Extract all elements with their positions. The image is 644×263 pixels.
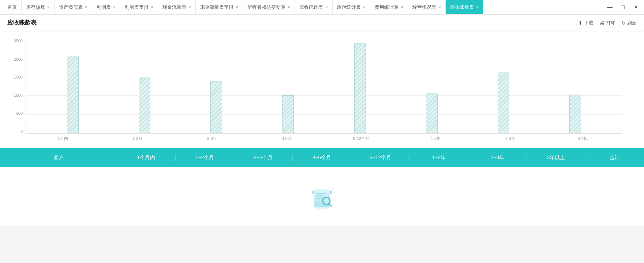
x-axis-label: 1-2年	[398, 134, 473, 145]
tab-payable-stat[interactable]: 应付统计表×	[333, 0, 370, 15]
bar-group	[180, 39, 252, 133]
print-icon: 🖨	[599, 20, 604, 26]
bar-group	[396, 39, 468, 133]
y-axis-label: 1500	[14, 75, 23, 79]
tab-bar: 首页库存核算×资产负债表×利润表×利润表季报×现金流量表×现金流量表季报×所有者…	[0, 0, 644, 15]
y-axis-label: 2500	[14, 39, 23, 43]
table-column-header: 3~6个月	[293, 155, 351, 161]
x-axis-label: 3年以上	[547, 134, 622, 145]
table-column-header: 3年以上	[527, 155, 585, 161]
tab-profit-quarterly[interactable]: 利润表季报×	[120, 0, 158, 15]
y-axis-label: 2000	[14, 57, 23, 61]
tab-close-icon[interactable]: ×	[47, 5, 50, 10]
bar-group	[37, 39, 109, 133]
window-actions: — □ ×	[604, 2, 641, 12]
x-axis-label: 2-3月	[175, 134, 250, 145]
x-axis-label: 3-6月	[249, 134, 324, 145]
bar-group	[468, 39, 539, 133]
tab-operation[interactable]: 经营状况表×	[408, 0, 446, 15]
tab-equity[interactable]: 所有者权益变动表×	[243, 0, 295, 15]
tab-expense-stat[interactable]: 费用统计表×	[370, 0, 408, 15]
download-icon: ⬇	[578, 20, 583, 26]
x-axis-label: 1-2月	[100, 134, 175, 145]
tab-receivable-stat[interactable]: 应收统计表×	[295, 0, 333, 15]
bar	[354, 43, 366, 133]
print-button[interactable]: 🖨 打印	[599, 20, 615, 26]
bar-chart: 25002000150010005000 1月内1-2月2-3月3-6月6-12…	[7, 39, 629, 145]
table-column-header: 2~3年	[468, 155, 527, 161]
svg-point-7	[324, 199, 329, 203]
bars-area	[26, 39, 622, 133]
x-axis-label: 2-3年	[473, 134, 548, 145]
tab-close-icon[interactable]: ×	[85, 5, 87, 10]
bar	[498, 72, 509, 133]
bar	[282, 95, 294, 133]
tab-label: 利润表	[97, 4, 111, 11]
table-column-header: 1~2个月	[176, 155, 234, 161]
tab-home[interactable]: 首页	[3, 0, 22, 15]
table-header: 客户1个月内1~2个月2~3个月3~6个月6~12个月1~2年2~3年3年以上合…	[0, 148, 644, 167]
tab-balance[interactable]: 资产负债表×	[55, 0, 92, 15]
table-column-header: 6~12个月	[351, 155, 410, 161]
tab-label: 经营状况表	[412, 4, 436, 11]
tab-close-icon[interactable]: ×	[325, 5, 328, 10]
bar-group	[109, 39, 180, 133]
empty-state-icon: ✦ ✦	[304, 182, 340, 211]
bar-group	[252, 39, 324, 133]
table-column-header: 客户	[0, 155, 117, 161]
maximize-button[interactable]: □	[618, 2, 628, 12]
bar	[210, 81, 222, 133]
tab-close-icon[interactable]: ×	[236, 5, 238, 10]
bar	[426, 94, 438, 133]
tab-inventory[interactable]: 库存核算×	[22, 0, 55, 15]
y-axis-label: 1000	[14, 93, 23, 98]
table-column-header: 2~3个月	[234, 155, 293, 161]
x-axis-label: 1月内	[26, 134, 100, 145]
bar	[569, 95, 581, 133]
tab-profit[interactable]: 利润表×	[92, 0, 120, 15]
tab-label: 应收统计表	[299, 4, 323, 11]
bar	[67, 56, 79, 133]
minimize-button[interactable]: —	[604, 2, 615, 12]
bar-group	[539, 39, 611, 133]
svg-rect-4	[317, 195, 324, 197]
svg-text:✦: ✦	[334, 192, 336, 194]
x-axis: 1月内1-2月2-3月3-6月6-12个月1-2年2-3年3年以上	[26, 134, 622, 145]
tab-label: 应付统计表	[337, 4, 361, 11]
tab-label: 首页	[7, 4, 17, 11]
table-column-header: 1个月内	[117, 155, 176, 161]
tab-label: 费用统计表	[375, 4, 398, 11]
tab-cashflow-quarterly[interactable]: 现金流量表季报×	[196, 0, 243, 15]
tab-close-icon[interactable]: ×	[476, 5, 479, 10]
tab-label: 库存核算	[26, 4, 45, 11]
tab-close-icon[interactable]: ×	[401, 5, 403, 10]
page-title: 应收账龄表	[7, 19, 37, 27]
main-content: 25002000150010005000 1月内1-2月2-3月3-6月6-12…	[0, 31, 644, 226]
svg-text:✦: ✦	[332, 187, 334, 191]
tab-close-icon[interactable]: ×	[288, 5, 290, 10]
tab-close-icon[interactable]: ×	[188, 5, 191, 10]
download-button[interactable]: ⬇ 下载	[578, 20, 594, 26]
y-axis: 25002000150010005000	[7, 39, 26, 134]
chart-body	[26, 39, 622, 134]
tab-label: 利润表季报	[125, 4, 149, 11]
bar	[139, 77, 150, 133]
tab-aging[interactable]: 应收账龄表×	[446, 0, 483, 15]
tab-close-icon[interactable]: ×	[113, 5, 116, 10]
refresh-button[interactable]: ↻ 刷新	[621, 20, 637, 26]
svg-rect-3	[317, 193, 326, 194]
tab-close-icon[interactable]: ×	[151, 5, 153, 10]
tab-label: 现金流量表季报	[200, 4, 233, 11]
y-axis-label: 500	[16, 111, 23, 115]
close-button[interactable]: ×	[631, 2, 641, 12]
bar-group	[324, 39, 396, 133]
tab-label: 所有者权益变动表	[247, 4, 285, 11]
table-column-header: 合计	[585, 155, 644, 161]
tab-close-icon[interactable]: ×	[438, 5, 441, 10]
tab-label: 资产负债表	[59, 4, 83, 11]
empty-state: ✦ ✦	[0, 167, 644, 226]
refresh-icon: ↻	[621, 20, 626, 26]
tab-cashflow[interactable]: 现金流量表×	[158, 0, 196, 15]
x-axis-label: 6-12个月	[324, 134, 398, 145]
tab-close-icon[interactable]: ×	[363, 5, 366, 10]
